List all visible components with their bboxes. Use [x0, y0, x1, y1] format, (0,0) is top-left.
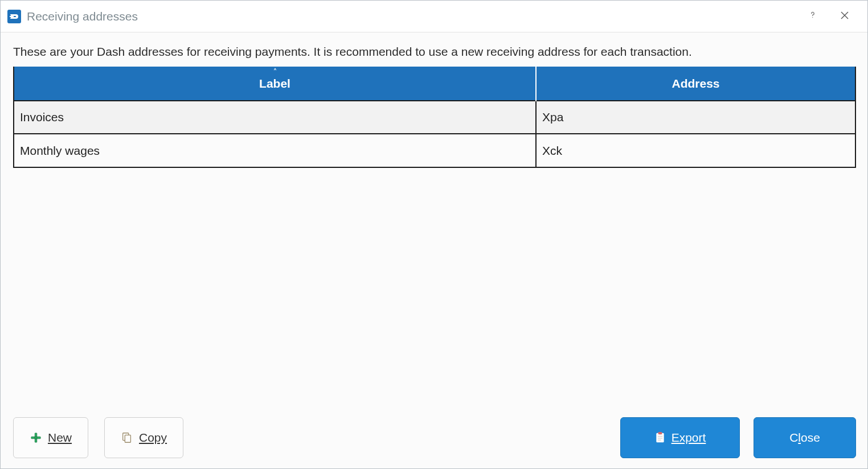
- copy-button[interactable]: Copy: [104, 417, 183, 458]
- column-header-address[interactable]: Address: [536, 67, 855, 101]
- cell-label[interactable]: Invoices: [14, 101, 536, 134]
- dialog-window: Receiving addresses These are your Dash …: [0, 0, 868, 469]
- address-table: ˄ Label Address Invoices Xpa Monthl: [13, 67, 856, 168]
- column-header-label[interactable]: ˄ Label: [14, 67, 536, 101]
- table-row[interactable]: Invoices Xpa: [14, 101, 855, 134]
- close-window-button[interactable]: [829, 1, 861, 32]
- svg-rect-1: [10, 16, 14, 17]
- new-button-label: New: [48, 431, 72, 445]
- sort-indicator-icon: ˄: [273, 68, 277, 76]
- window-title: Receiving addresses: [27, 10, 138, 23]
- svg-rect-12: [658, 432, 662, 434]
- button-bar: New Copy: [13, 407, 856, 458]
- new-button[interactable]: New: [13, 417, 88, 458]
- titlebar: Receiving addresses: [1, 1, 867, 32]
- close-button-label: Close: [789, 431, 820, 445]
- close-icon: [840, 10, 849, 23]
- export-button[interactable]: Export: [620, 417, 740, 458]
- svg-rect-10: [125, 435, 130, 442]
- close-button[interactable]: Close: [754, 417, 856, 458]
- cell-address[interactable]: Xpa: [536, 101, 855, 134]
- description-text: These are your Dash addresses for receiv…: [13, 44, 856, 60]
- copy-icon: [121, 431, 133, 444]
- dash-app-icon: [7, 10, 21, 23]
- svg-rect-0: [7, 10, 21, 23]
- svg-rect-11: [656, 433, 664, 443]
- help-button[interactable]: [797, 1, 829, 32]
- dialog-content: These are your Dash addresses for receiv…: [1, 32, 867, 468]
- copy-button-label: Copy: [139, 431, 167, 445]
- export-button-label: Export: [672, 431, 706, 445]
- svg-point-2: [812, 17, 813, 18]
- clipboard-icon: [654, 431, 666, 444]
- cell-address[interactable]: Xck: [536, 134, 855, 167]
- plus-icon: [30, 431, 42, 444]
- svg-rect-6: [31, 437, 41, 439]
- table-row[interactable]: Monthly wages Xck: [14, 134, 855, 167]
- help-icon: [808, 10, 818, 23]
- cell-label[interactable]: Monthly wages: [14, 134, 536, 167]
